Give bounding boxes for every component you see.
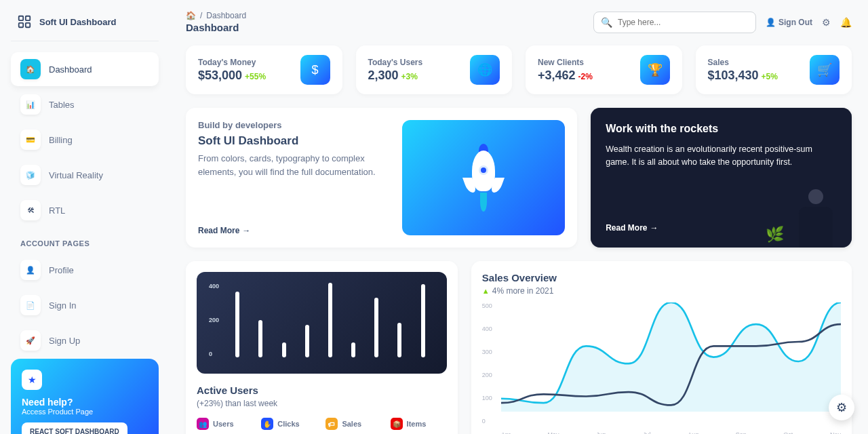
stat-icon: $ bbox=[300, 55, 330, 85]
mini-stat: ✋Clicks 2M bbox=[261, 418, 317, 434]
help-button[interactable]: REACT SOFT DASHBOARD bbox=[22, 422, 127, 434]
bar bbox=[374, 298, 378, 357]
sidebar-item-dashboard[interactable]: 🏠 Dashboard bbox=[11, 52, 159, 86]
gear-icon[interactable]: ⚙ bbox=[822, 17, 831, 28]
billing-icon: 💳 bbox=[20, 130, 41, 150]
help-title: Need help? bbox=[22, 397, 148, 408]
stat-label: Today's Users bbox=[368, 58, 423, 67]
feature-pre: Build by developers bbox=[198, 120, 389, 130]
stat-card: New Clients +3,462-2% 🏆 bbox=[526, 45, 682, 94]
sidebar-item-rtl[interactable]: 🛠 RTL bbox=[11, 193, 159, 227]
rtl-icon: 🛠 bbox=[20, 200, 41, 220]
mini-icon: 📦 bbox=[391, 418, 403, 430]
svg-rect-2 bbox=[19, 23, 23, 27]
sidebar: Soft UI Dashboard 🏠 Dashboard 📊 Tables 💳… bbox=[0, 0, 170, 434]
help-card: ★ Need help? Access Product Page REACT S… bbox=[11, 359, 159, 434]
sidebar-item-profile[interactable]: 👤 Profile bbox=[11, 253, 159, 287]
bar bbox=[258, 320, 262, 357]
mini-stat: 👥Users 36K bbox=[197, 418, 253, 434]
stat-card: Today's Users 2,300+3% 🌐 bbox=[356, 45, 513, 94]
feature-card: Build by developers Soft UI Dashboard Fr… bbox=[186, 108, 577, 248]
arrow-right-icon: → bbox=[242, 226, 250, 235]
bell-icon[interactable]: 🔔 bbox=[840, 17, 852, 28]
readmore-link[interactable]: Read More → bbox=[198, 226, 389, 235]
stat-delta: +55% bbox=[245, 72, 266, 81]
signup-icon: 🚀 bbox=[20, 330, 41, 351]
home-icon[interactable]: 🏠 bbox=[186, 11, 196, 20]
bar-chart: 4002000 bbox=[197, 272, 447, 374]
feature-desc: From colors, cards, typography to comple… bbox=[198, 152, 389, 178]
sidebar-item-tables[interactable]: 📊 Tables bbox=[11, 87, 159, 121]
bar bbox=[421, 284, 425, 357]
feature-title: Soft UI Dashboard bbox=[198, 134, 389, 148]
sidebar-item-signin[interactable]: 📄 Sign In bbox=[11, 288, 159, 322]
rockets-desc: Wealth creation is an evolutionarily rec… bbox=[606, 143, 837, 169]
mini-label: Items bbox=[407, 420, 427, 428]
active-users-title: Active Users bbox=[197, 384, 447, 396]
svg-rect-1 bbox=[26, 16, 30, 20]
breadcrumb: 🏠 / Dashboard bbox=[186, 11, 246, 20]
stat-icon: 🏆 bbox=[640, 55, 670, 85]
person-silhouette bbox=[792, 189, 840, 248]
active-users-sub: (+23%) than last week bbox=[197, 399, 447, 408]
star-icon: ★ bbox=[22, 370, 42, 390]
stat-value: 2,300+3% bbox=[368, 68, 423, 83]
signout-button[interactable]: 👤 Sign Out bbox=[766, 18, 812, 27]
topbar: 🏠 / Dashboard Dashboard 🔍 👤 Sign Out ⚙ 🔔 bbox=[186, 11, 852, 33]
stat-value: $53,000+55% bbox=[198, 68, 266, 83]
mini-label: Sales bbox=[342, 420, 361, 428]
mini-icon: 👥 bbox=[197, 418, 209, 430]
stat-card: Sales $103,430+5% 🛒 bbox=[696, 45, 852, 94]
page-title: Dashboard bbox=[186, 22, 246, 33]
stat-delta: -2% bbox=[578, 72, 593, 81]
help-sub: Access Product Page bbox=[22, 408, 148, 416]
sidebar-item-label: Sign In bbox=[49, 300, 76, 311]
search-field[interactable] bbox=[618, 18, 749, 27]
sidebar-item-label: Virtual Reality bbox=[49, 170, 103, 180]
sidebar-item-signup[interactable]: 🚀 Sign Up bbox=[11, 323, 159, 357]
sidebar-item-label: Profile bbox=[49, 265, 74, 275]
mini-stat: 🏷Sales $435 bbox=[326, 418, 382, 434]
stat-value: $103,430+5% bbox=[708, 68, 778, 83]
search-input[interactable]: 🔍 bbox=[593, 12, 756, 33]
tables-icon: 📊 bbox=[20, 94, 41, 115]
mini-label: Clicks bbox=[277, 420, 299, 428]
bar bbox=[328, 283, 332, 357]
bar bbox=[235, 292, 239, 357]
bar bbox=[305, 325, 309, 357]
sales-overview-card: Sales Overview ▲ 4% more in 2021 5004003… bbox=[471, 261, 852, 434]
sidebar-item-label: Billing bbox=[49, 135, 73, 145]
line-chart: 5004003002001000 AprMayJunJulAugSepOctNo… bbox=[482, 302, 841, 434]
stat-icon: 🌐 bbox=[470, 55, 500, 85]
bar bbox=[282, 342, 286, 357]
brand-label: Soft UI Dashboard bbox=[39, 17, 116, 27]
sidebar-item-vr[interactable]: 🧊 Virtual Reality bbox=[11, 158, 159, 192]
sales-sub: 4% more in 2021 bbox=[492, 286, 554, 296]
signin-icon: 📄 bbox=[20, 295, 41, 315]
stat-delta: +5% bbox=[762, 72, 778, 81]
mini-icon: 🏷 bbox=[326, 418, 338, 430]
mini-stat: 📦Items 43 bbox=[391, 418, 447, 434]
settings-fab[interactable]: ⚙ bbox=[829, 395, 854, 420]
plant-icon: 🌿 bbox=[766, 226, 784, 243]
svg-rect-3 bbox=[26, 23, 30, 27]
stat-label: New Clients bbox=[538, 58, 593, 67]
brand[interactable]: Soft UI Dashboard bbox=[11, 14, 159, 41]
mini-icon: ✋ bbox=[261, 418, 273, 430]
svg-rect-0 bbox=[19, 16, 23, 20]
profile-icon: 👤 bbox=[20, 260, 41, 280]
sidebar-section-account: ACCOUNT PAGES bbox=[11, 229, 159, 253]
main: 🏠 / Dashboard Dashboard 🔍 👤 Sign Out ⚙ 🔔 bbox=[170, 0, 868, 434]
stat-card: Today's Money $53,000+55% $ bbox=[186, 45, 342, 94]
stat-delta: +3% bbox=[401, 72, 418, 81]
sidebar-item-label: Tables bbox=[49, 100, 75, 110]
bar bbox=[397, 323, 401, 357]
arrow-right-icon: → bbox=[650, 223, 658, 233]
stat-icon: 🛒 bbox=[810, 55, 840, 85]
rocket-illustration bbox=[402, 120, 565, 235]
user-icon: 👤 bbox=[766, 18, 776, 27]
breadcrumb-current: Dashboard bbox=[206, 11, 246, 20]
sidebar-item-billing[interactable]: 💳 Billing bbox=[11, 123, 159, 157]
sidebar-item-label: Sign Up bbox=[49, 336, 80, 346]
mini-label: Users bbox=[213, 420, 234, 428]
